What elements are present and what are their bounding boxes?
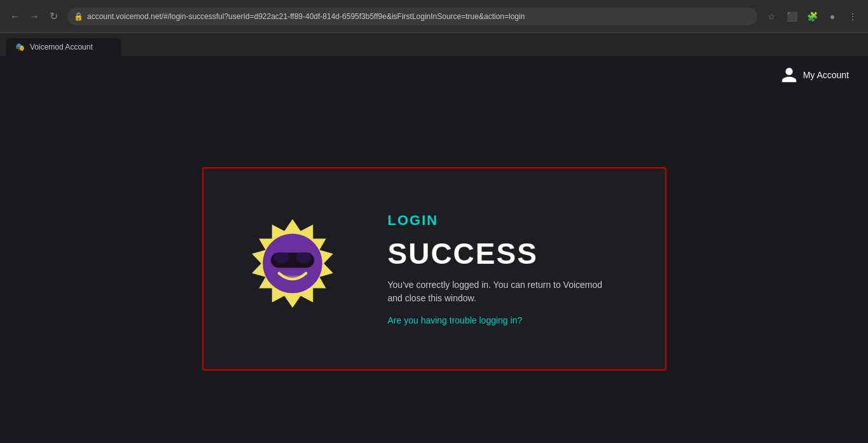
lock-icon: 🔒: [74, 12, 83, 21]
nav-buttons: ← → ↻: [8, 9, 61, 24]
page-content: My Account: [0, 56, 868, 443]
description-text: You've correctly logged in. You can retu…: [388, 278, 604, 305]
browser-actions: ☆ ⬛ 🧩 ● ⋮: [764, 9, 860, 24]
account-icon: [780, 66, 798, 84]
svg-rect-5: [289, 255, 296, 257]
back-button[interactable]: ←: [8, 9, 23, 24]
reload-button[interactable]: ↻: [46, 9, 61, 24]
success-label: SUCCESS: [388, 239, 604, 268]
bookmark-button[interactable]: ☆: [764, 9, 779, 24]
menu-button[interactable]: ⋮: [845, 9, 860, 24]
voicemod-mascot: [238, 215, 347, 323]
text-content: LOGIN SUCCESS You've correctly logged in…: [388, 212, 604, 325]
address-bar[interactable]: 🔒 account.voicemod.net/#/login-successfu…: [67, 8, 757, 25]
tab-bar: 🎭 Voicemod Account: [0, 33, 868, 56]
top-bar: My Account: [0, 56, 868, 94]
trouble-logging-in-link[interactable]: Are you having trouble logging in?: [388, 315, 604, 325]
tab-favicon: 🎭: [15, 43, 25, 51]
screenshot-button[interactable]: ⬛: [784, 9, 799, 24]
svg-point-3: [274, 252, 289, 262]
browser-bar: ← → ↻ 🔒 account.voicemod.net/#/login-suc…: [0, 0, 868, 33]
extensions-button[interactable]: 🧩: [804, 9, 820, 24]
active-tab[interactable]: 🎭 Voicemod Account: [6, 38, 121, 56]
my-account-link[interactable]: My Account: [780, 66, 849, 84]
login-label: LOGIN: [388, 212, 604, 229]
success-card: LOGIN SUCCESS You've correctly logged in…: [202, 167, 666, 371]
logo-container: [235, 212, 350, 326]
profile-button[interactable]: ●: [825, 9, 840, 24]
my-account-label: My Account: [803, 70, 849, 80]
svg-point-4: [296, 252, 311, 262]
url-text: account.voicemod.net/#/login-successful?…: [87, 12, 525, 21]
main-content: LOGIN SUCCESS You've correctly logged in…: [0, 94, 868, 443]
forward-button[interactable]: →: [27, 9, 42, 24]
tab-title: Voicemod Account: [30, 43, 93, 51]
